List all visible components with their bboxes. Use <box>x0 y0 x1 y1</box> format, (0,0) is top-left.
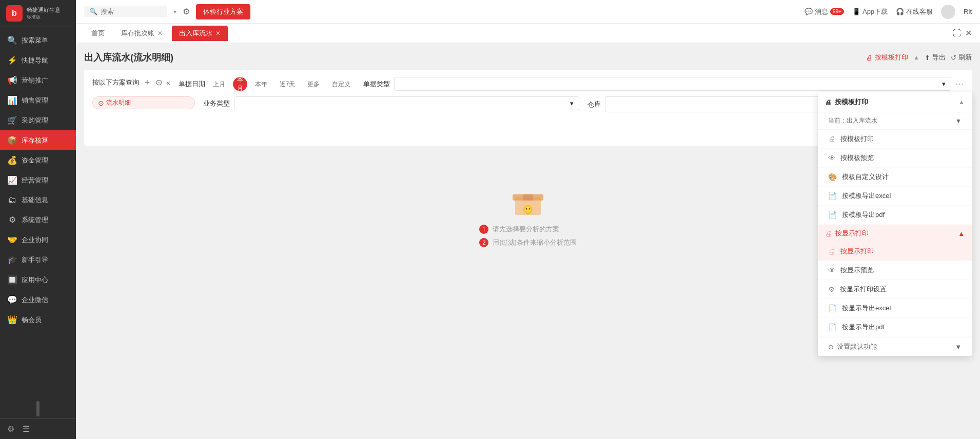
sidebar-guide-icon: 🎓 <box>7 255 17 265</box>
sidebar-item-inventory[interactable]: 📦 库存核算 <box>0 130 76 150</box>
dp-item-template-excel[interactable]: 📄 按模板导出excel <box>818 187 972 206</box>
export-icon: ⬆ <box>925 54 930 62</box>
dp-section-icon: 🖨 <box>825 229 832 237</box>
dp-item-template-custom[interactable]: 🎨 模板自定义设计 <box>818 168 972 187</box>
filter-collapse-icon[interactable]: « <box>166 78 170 87</box>
sidebar-item-wechat[interactable]: 💬 企业微信 <box>0 290 76 310</box>
dp-item-display-print[interactable]: 🖨 按显示打印 <box>818 242 972 261</box>
app-download-btn[interactable]: 📱 App下载 <box>852 7 888 16</box>
sidebar-settings-icon[interactable]: ⚙ <box>7 424 14 434</box>
filter-settings-icon[interactable]: ⊙ <box>155 77 162 87</box>
header-right: 💬 消息 99+ 📱 App下载 🎧 在线客服 Rit <box>805 5 972 19</box>
sidebar-basic-label: 基础信息 <box>22 195 48 205</box>
tab-batch-close[interactable]: ✕ <box>158 30 163 37</box>
search-input[interactable] <box>101 8 162 15</box>
export-btn[interactable]: ⬆ 导出 <box>925 53 946 62</box>
sidebar-item-vip[interactable]: 👑 畅会员 <box>0 310 76 330</box>
dp-item-display-excel[interactable]: 📄 按显示导出excel <box>818 299 972 318</box>
tab-close-all-icon[interactable]: ✕ <box>965 28 972 38</box>
warehouse-label: 仓库 <box>587 100 601 109</box>
online-service-btn[interactable]: 🎧 在线客服 <box>896 7 933 16</box>
sidebar-item-basic[interactable]: 🗂 基础信息 <box>0 190 76 210</box>
sidebar-item-collab[interactable]: 🤝 企业协同 <box>0 230 76 250</box>
refresh-btn[interactable]: ↺ 刷新 <box>951 53 972 62</box>
sidebar-item-finance[interactable]: 💰 资金管理 <box>0 150 76 170</box>
tab-flow[interactable]: 出入库流水 ✕ <box>172 26 228 41</box>
sidebar-search-icon: 🔍 <box>7 35 17 45</box>
sidebar-item-search[interactable]: 🔍 搜索菜单 <box>0 30 76 50</box>
dp-current-chevron[interactable]: ▼ <box>955 117 962 125</box>
avatar[interactable] <box>941 5 955 19</box>
dp-footer[interactable]: ⊙ 设置默认功能 ▼ <box>818 337 972 356</box>
biz-type-select[interactable]: ▾ <box>234 96 579 110</box>
sidebar-search-label: 搜索菜单 <box>22 36 48 45</box>
voucher-type-more[interactable]: ⋯ <box>955 79 964 89</box>
dp-template-custom-icon: 🎨 <box>828 173 837 181</box>
message-btn[interactable]: 💬 消息 99+ <box>805 7 844 16</box>
date-btn-more[interactable]: 更多 <box>303 78 324 91</box>
username-label[interactable]: Rit <box>964 8 972 15</box>
voucher-type-filter: 单据类型 ▾ ⋯ <box>363 77 964 91</box>
sidebar-scrollbar[interactable] <box>36 401 40 416</box>
sidebar-system-label: 系统管理 <box>22 215 48 225</box>
sidebar-inventory-label: 库存核算 <box>22 136 48 145</box>
tab-flow-close[interactable]: ✕ <box>215 30 221 37</box>
tab-expand-icon[interactable]: ⛶ <box>953 29 961 38</box>
header-gear-icon[interactable]: ⚙ <box>183 7 190 16</box>
tab-batch[interactable]: 库存批次账 ✕ <box>114 26 170 41</box>
logo-symbol: b <box>12 9 17 18</box>
dp-item-template-pdf[interactable]: 📄 按模板导出pdf <box>818 206 972 225</box>
sidebar-item-system[interactable]: ⚙ 系统管理 <box>0 210 76 230</box>
tab-home-label: 首页 <box>91 29 105 38</box>
sidebar-sales-icon: 📊 <box>7 95 17 105</box>
sidebar-item-shortcut[interactable]: ⚡ 快捷导航 <box>0 50 76 70</box>
sidebar-inventory-icon: 📦 <box>7 135 17 145</box>
sidebar-item-purchase[interactable]: 🛒 采购管理 <box>0 110 76 130</box>
date-btn-this-month[interactable]: 本月 <box>233 77 247 91</box>
header-search-box[interactable]: 🔍 <box>84 6 167 17</box>
voucher-type-select[interactable]: ▾ <box>394 77 951 91</box>
printer-icon: 🖨 <box>866 54 873 62</box>
tab-home[interactable]: 首页 <box>84 26 112 41</box>
page-title: 出入库流水(流水明细) <box>84 51 173 64</box>
date-btn-custom[interactable]: 自定义 <box>327 78 355 91</box>
biz-type-chevron: ▾ <box>570 99 574 107</box>
search-chevron-icon[interactable]: ▾ <box>173 8 177 15</box>
sidebar-footer: ⚙ ☰ <box>0 418 76 439</box>
sidebar-operation-label: 经营管理 <box>22 176 48 185</box>
sidebar-item-apps[interactable]: 🔲 应用中心 <box>0 270 76 290</box>
dp-template-excel-icon: 📄 <box>828 192 837 200</box>
filter-add-icon[interactable]: ＋ <box>143 77 151 88</box>
dp-section-header[interactable]: 🖨 按显示打印 ▲ <box>818 225 972 242</box>
sidebar-item-operation[interactable]: 📈 经营管理 <box>0 170 76 190</box>
app-download-icon: 📱 <box>852 8 860 15</box>
sidebar-apps-icon: 🔲 <box>7 275 17 285</box>
page-title-bar: 出入库流水(流水明细) 🖨 按模板打印 ▲ ⬆ 导出 ↺ 刷新 <box>84 51 972 64</box>
dp-item-display-preview[interactable]: 👁 按显示预览 <box>818 261 972 280</box>
dp-current-label: 当前：出入库流水 ▼ <box>818 112 972 130</box>
sidebar-menu-icon[interactable]: ☰ <box>23 424 30 434</box>
sidebar-vip-label: 畅会员 <box>22 315 42 325</box>
trial-btn[interactable]: 体验行业方案 <box>196 4 250 19</box>
date-btn-7days[interactable]: 近7天 <box>275 78 300 91</box>
sidebar-item-sales[interactable]: 📊 销售管理 <box>0 90 76 110</box>
sidebar-wechat-icon: 💬 <box>7 295 17 305</box>
dp-item-display-settings[interactable]: ⚙ 按显示打印设置 <box>818 280 972 299</box>
dp-item-template-preview[interactable]: 👁 按模板预览 <box>818 149 972 168</box>
app-name: 畅捷通好生意 <box>27 6 61 13</box>
dp-template-preview-icon: 👁 <box>828 154 835 162</box>
dp-item-display-pdf[interactable]: 📄 按显示导出pdf <box>818 318 972 337</box>
template-print-btn[interactable]: 🖨 按模板打印 <box>866 53 908 62</box>
page-content: 出入库流水(流水明细) 🖨 按模板打印 ▲ ⬆ 导出 ↺ 刷新 <box>76 43 980 439</box>
filter-tag-flow[interactable]: ⊙ 流水明细 <box>92 96 195 109</box>
dp-close-chevron[interactable]: ▲ <box>958 98 965 106</box>
date-btn-last-month[interactable]: 上月 <box>208 78 230 91</box>
date-btn-this-year[interactable]: 本年 <box>250 78 272 91</box>
filter-main-label: 按以下方案查询 <box>92 78 139 87</box>
dp-header: 🖨 按模板打印 ▲ <box>818 92 972 112</box>
template-print-chevron[interactable]: ▲ <box>913 54 919 61</box>
sidebar-item-guide[interactable]: 🎓 新手引导 <box>0 250 76 270</box>
dp-item-template-print[interactable]: 🖨 按模板打印 <box>818 130 972 149</box>
sidebar-item-marketing[interactable]: 📢 营销推广 <box>0 70 76 90</box>
empty-step-1: 1 请先选择要分析的方案 <box>479 223 576 236</box>
